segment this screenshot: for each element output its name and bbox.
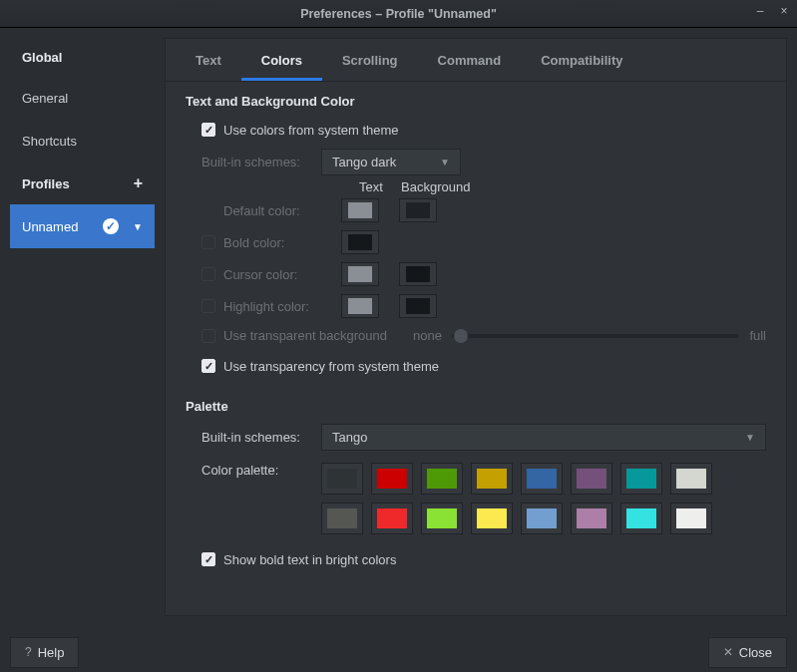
palette-swatch-7[interactable] [670, 463, 712, 495]
palette-swatch-8[interactable] [321, 503, 363, 534]
profile-default-icon: ✓ [103, 218, 119, 234]
close-button-label: Close [739, 645, 772, 660]
column-header-text: Text [341, 179, 401, 194]
label-palette-builtin: Built-in schemes: [201, 430, 321, 445]
swatch-highlight-text[interactable] [341, 294, 379, 318]
label-highlight-color: Highlight color: [223, 299, 341, 314]
checkbox-bold-bright[interactable] [201, 552, 215, 566]
titlebar: Preferences – Profile "Unnamed" – × [0, 0, 797, 28]
section-title-textbg: Text and Background Color [186, 94, 766, 109]
slider-label-none: none [413, 328, 442, 343]
help-button-label: Help [38, 645, 65, 660]
profile-name-label: Unnamed [22, 219, 78, 234]
sidebar-header-profiles: Profiles + [10, 163, 155, 204]
palette-grid [321, 463, 712, 534]
label-transparent-bg: Use transparent background [223, 328, 387, 343]
minimize-icon[interactable]: – [753, 4, 767, 18]
footer: ? Help ✕ Close [0, 626, 797, 672]
chevron-down-icon[interactable]: ▼ [133, 221, 143, 232]
tab-compatibility[interactable]: Compatibility [521, 43, 642, 81]
sidebar-header-global: Global [10, 38, 155, 77]
section-title-palette: Palette [186, 399, 766, 414]
select-builtin-scheme[interactable]: Tango dark ▼ [321, 149, 461, 175]
label-use-system-colors: Use colors from system theme [223, 123, 399, 138]
swatch-cursor-text[interactable] [341, 262, 379, 286]
slider-thumb[interactable] [454, 329, 468, 343]
palette-swatch-3[interactable] [471, 463, 513, 495]
transparency-slider[interactable] [452, 334, 739, 338]
checkbox-bold-color[interactable] [201, 235, 215, 249]
sidebar-global-label: Global [22, 50, 62, 65]
column-header-background: Background [401, 179, 461, 194]
select-palette-scheme-value: Tango [332, 430, 367, 445]
palette-swatch-12[interactable] [521, 503, 563, 534]
select-builtin-scheme-value: Tango dark [332, 155, 396, 169]
checkbox-transparent-bg[interactable] [201, 329, 215, 343]
chevron-down-icon: ▼ [745, 432, 755, 443]
content-panel: Text Colors Scrolling Command Compatibil… [165, 38, 787, 616]
chevron-down-icon: ▼ [440, 157, 450, 168]
tab-bar: Text Colors Scrolling Command Compatibil… [166, 43, 786, 82]
label-bold-bright: Show bold text in bright colors [223, 552, 396, 567]
palette-swatch-9[interactable] [371, 503, 413, 534]
palette-swatch-2[interactable] [421, 463, 463, 495]
help-icon: ? [25, 645, 32, 659]
palette-swatch-5[interactable] [571, 463, 612, 495]
label-default-color: Default color: [223, 203, 341, 218]
sidebar-item-profile-unnamed[interactable]: Unnamed ✓ ▼ [10, 204, 155, 248]
checkbox-use-system-colors[interactable] [201, 123, 215, 137]
label-color-palette: Color palette: [201, 463, 321, 478]
close-icon: ✕ [723, 645, 733, 659]
select-palette-scheme[interactable]: Tango ▼ [321, 424, 766, 451]
slider-label-full: full [749, 328, 766, 343]
palette-swatch-14[interactable] [620, 503, 662, 534]
label-transparency-system: Use transparency from system theme [223, 359, 439, 374]
label-bold-color: Bold color: [223, 235, 341, 250]
sidebar-item-general[interactable]: General [10, 77, 155, 120]
label-builtin-schemes: Built-in schemes: [201, 155, 321, 169]
swatch-bold-text[interactable] [341, 230, 379, 254]
checkbox-transparency-system[interactable] [201, 359, 215, 373]
palette-swatch-13[interactable] [571, 503, 612, 534]
add-profile-icon[interactable]: + [134, 174, 143, 192]
palette-swatch-11[interactable] [471, 503, 513, 534]
tab-scrolling[interactable]: Scrolling [322, 43, 418, 81]
close-icon[interactable]: × [777, 4, 791, 18]
palette-swatch-0[interactable] [321, 463, 363, 495]
palette-swatch-4[interactable] [521, 463, 563, 495]
tab-colors[interactable]: Colors [241, 43, 322, 81]
checkbox-highlight-color[interactable] [201, 299, 215, 313]
swatch-cursor-bg[interactable] [399, 262, 437, 286]
sidebar: Global General Shortcuts Profiles + Unna… [10, 38, 155, 616]
swatch-default-text[interactable] [341, 198, 379, 222]
window-title: Preferences – Profile "Unnamed" [300, 7, 497, 21]
swatch-highlight-bg[interactable] [399, 294, 437, 318]
close-button[interactable]: ✕ Close [708, 637, 787, 668]
palette-swatch-6[interactable] [620, 463, 662, 495]
help-button[interactable]: ? Help [10, 637, 79, 668]
checkbox-cursor-color[interactable] [201, 267, 215, 281]
label-cursor-color: Cursor color: [223, 267, 341, 282]
tab-text[interactable]: Text [176, 43, 241, 81]
sidebar-profiles-label: Profiles [22, 176, 70, 191]
palette-swatch-1[interactable] [371, 463, 413, 495]
palette-swatch-15[interactable] [670, 503, 712, 534]
palette-swatch-10[interactable] [421, 503, 463, 534]
tab-command[interactable]: Command [418, 43, 522, 81]
swatch-default-bg[interactable] [399, 198, 437, 222]
sidebar-item-shortcuts[interactable]: Shortcuts [10, 120, 155, 163]
